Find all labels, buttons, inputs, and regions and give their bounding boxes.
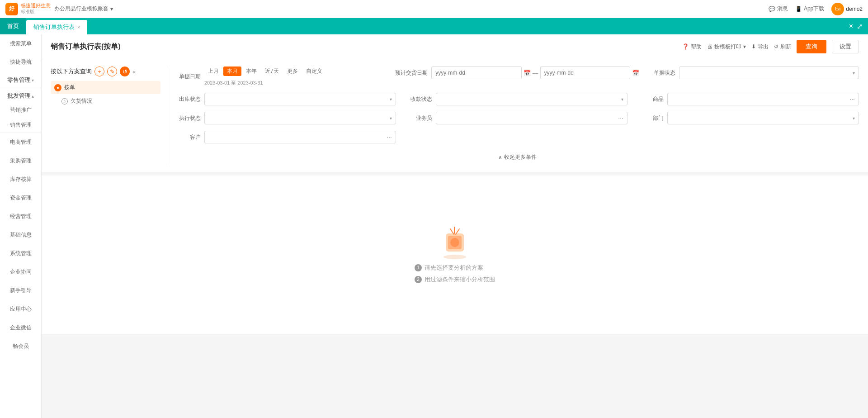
- tab-sales-exec[interactable]: 销售订单执行表 ×: [26, 20, 87, 34]
- app-download-action[interactable]: 📱 App下载: [795, 5, 824, 13]
- print-icon: 🖨: [707, 43, 712, 50]
- sidebar-item-basic[interactable]: 基础信息: [0, 226, 41, 244]
- date-tab-7days[interactable]: 近7天: [261, 66, 283, 76]
- sales-exec-tab-label: 销售订单执行表: [33, 23, 75, 31]
- query-button[interactable]: 查询: [797, 40, 826, 53]
- date-tab-more[interactable]: 更多: [283, 66, 302, 76]
- scheme-sub-text: 欠货情况: [71, 97, 92, 105]
- empty-icon-area: [437, 224, 473, 262]
- customer-label: 客户: [175, 133, 201, 141]
- date-sep: —: [533, 70, 538, 76]
- sidebar-item-enterprise[interactable]: 企业协同: [0, 263, 41, 281]
- filter-row-4: 客户 ···: [175, 131, 859, 143]
- settings-button[interactable]: 设置: [832, 40, 859, 53]
- scheme-item-by-order[interactable]: ● 按单: [51, 81, 160, 94]
- industry-selector[interactable]: 办公用品行业模拟账套 ▾: [54, 5, 113, 13]
- industry-label: 办公用品行业模拟账套: [54, 5, 108, 13]
- sidebar-item-corp-wechat[interactable]: 企业微信: [0, 318, 41, 337]
- tip-num-1: 1: [415, 264, 422, 271]
- sidebar-item-wholesale[interactable]: 批发管理 ▴: [0, 87, 41, 103]
- sidebar-item-member[interactable]: 畅会员: [0, 337, 41, 356]
- sidebar-item-retail[interactable]: 零售管理 ▾: [0, 71, 41, 87]
- sidebar-item-inventory[interactable]: 库存核算: [0, 170, 41, 189]
- scheme-add-btn[interactable]: +: [94, 66, 104, 76]
- help-label: 帮助: [691, 43, 702, 51]
- filter-field-salesman: 业务员 ···: [407, 112, 627, 124]
- tip-num-2: 2: [415, 276, 422, 283]
- date-tab-this-month[interactable]: 本月: [223, 66, 241, 76]
- tab-close-icon[interactable]: ×: [77, 24, 80, 30]
- customer-select[interactable]: ···: [204, 131, 396, 143]
- expected-date-end-input[interactable]: [540, 66, 630, 79]
- expected-date-range: 📅 — 📅: [431, 66, 639, 79]
- scheme-refresh-btn[interactable]: ↺: [120, 66, 130, 76]
- filter-fields: 单据日期 上月 本月 本年 近7天 更多 自定义 20: [175, 66, 859, 165]
- sidebar-item-quick-nav[interactable]: 快捷导航: [0, 53, 41, 71]
- sidebar-item-newbie[interactable]: 新手引导: [0, 281, 41, 300]
- sidebar-item-finance[interactable]: 资金管理: [0, 189, 41, 207]
- date-group: 上月 本月 本年 近7天 更多 自定义 2023-03-01 至 2023-03…: [204, 66, 384, 86]
- scheme-title: 按以下方案查询 + ✎ ↺ «: [51, 66, 160, 76]
- tab-home[interactable]: 首页: [0, 18, 26, 34]
- filter-field-status: 单据状态 ▾: [650, 66, 859, 79]
- sidebar-item-marketing[interactable]: 营销推广: [0, 103, 41, 118]
- logo-text: 畅捷通好生意: [21, 3, 51, 9]
- status-label: 单据状态: [650, 69, 675, 77]
- empty-state: 1 请先选择要分析的方案 2 用过滤条件来缩小分析范围: [42, 176, 868, 334]
- industry-arrow: ▾: [110, 6, 113, 12]
- export-btn[interactable]: ⬇ 导出: [751, 43, 769, 51]
- filter-row-3: 执行状态 ▾ 业务员 ···: [175, 112, 859, 124]
- collapse-bar[interactable]: ∧ 收起更多条件: [175, 150, 859, 165]
- app-download-label: App下载: [804, 5, 824, 13]
- top-bar-left: 好 畅捷通好生意 标准版 办公用品行业模拟账套 ▾: [5, 3, 113, 15]
- empty-tip-row-1: 1 请先选择要分析的方案: [415, 262, 495, 274]
- svg-point-3: [450, 238, 459, 247]
- exec-select[interactable]: ▾: [204, 112, 396, 124]
- status-select[interactable]: ▾: [679, 66, 859, 79]
- receipt-select[interactable]: ▾: [436, 93, 627, 105]
- goods-select[interactable]: ···: [667, 93, 859, 105]
- refresh-icon: ↺: [774, 43, 778, 50]
- scheme-sub-item-shortage[interactable]: ○ 畅会员 欠货情况: [51, 95, 160, 107]
- calendar-icon-1[interactable]: 📅: [524, 70, 531, 76]
- sidebar-item-operations[interactable]: 经营管理: [0, 207, 41, 226]
- date-tab-last-month[interactable]: 上月: [204, 66, 222, 76]
- filter-field-customer: 客户 ···: [175, 131, 396, 143]
- dept-select[interactable]: ▾: [667, 112, 859, 124]
- expected-date-start-input[interactable]: [431, 66, 521, 79]
- sidebar-item-app-center[interactable]: 应用中心: [0, 300, 41, 318]
- page-title: 销售订单执行表(按单): [51, 42, 121, 57]
- collapse-icon: ∧: [498, 154, 502, 161]
- date-tab-this-year[interactable]: 本年: [242, 66, 260, 76]
- empty-tip-row-2: 2 用过滤条件来缩小分析范围: [415, 274, 495, 285]
- scheme-item-label: 按单: [64, 84, 75, 91]
- scheme-edit-btn[interactable]: ✎: [107, 66, 117, 76]
- calendar-icon-2[interactable]: 📅: [632, 70, 639, 76]
- sidebar-item-sales[interactable]: 销售管理: [0, 118, 41, 133]
- message-action[interactable]: 💬 消息: [769, 5, 788, 13]
- window-maximize-btn[interactable]: ⤢: [857, 22, 863, 31]
- sidebar-item-purchase[interactable]: 采购管理: [0, 152, 41, 170]
- filter-field-goods: 商品 ···: [638, 93, 859, 105]
- nav-tabs: 首页 销售订单执行表 × × ⤢: [0, 18, 868, 34]
- sidebar-item-search-menu[interactable]: 搜索菜单: [0, 34, 41, 53]
- app-icon: 📱: [795, 6, 802, 12]
- user-area[interactable]: Ea demo2: [831, 3, 863, 15]
- filter-field-dept: 部门 ▾: [638, 112, 859, 124]
- date-tab-custom[interactable]: 自定义: [302, 66, 326, 76]
- export-label: 导出: [758, 43, 769, 51]
- print-template-btn[interactable]: 🖨 按模板打印 ▾: [707, 43, 746, 51]
- salesman-select[interactable]: ···: [436, 112, 627, 124]
- window-close-btn[interactable]: ×: [849, 22, 853, 30]
- collapse-label: 收起更多条件: [504, 153, 537, 161]
- tab-spacer: [87, 18, 843, 34]
- refresh-btn[interactable]: ↺ 刷新: [774, 43, 791, 51]
- tab-window-actions: × ⤢: [844, 18, 868, 34]
- filter-field-exec: 执行状态 ▾: [175, 112, 396, 124]
- sidebar-item-ecommerce[interactable]: 电商管理: [0, 133, 41, 152]
- filter-layout: 按以下方案查询 + ✎ ↺ « ● 按单 ○ 畅会员: [51, 66, 859, 165]
- delivery-select[interactable]: ▾: [204, 93, 396, 105]
- help-btn[interactable]: ❓ 帮助: [682, 43, 702, 51]
- scheme-collapse-btn[interactable]: «: [132, 68, 136, 75]
- sidebar-item-system[interactable]: 系统管理: [0, 244, 41, 263]
